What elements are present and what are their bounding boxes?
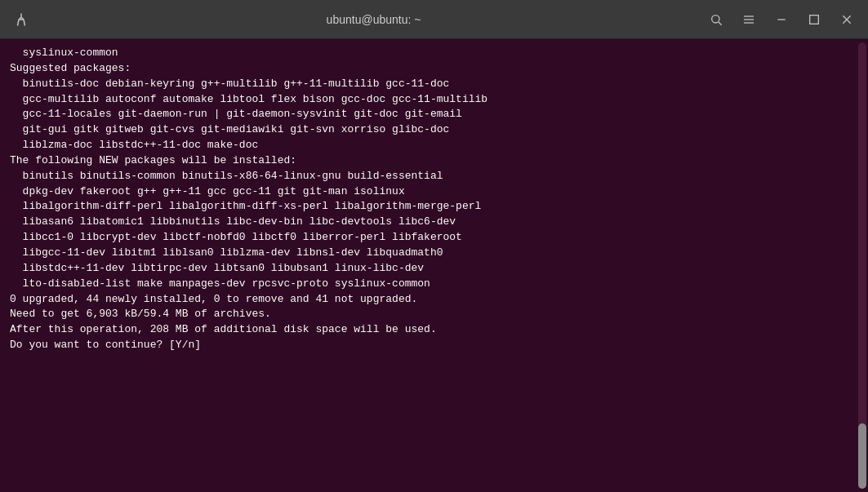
terminal-output: syslinux-common Suggested packages: binu… (10, 46, 858, 353)
pin-button[interactable] (7, 5, 36, 34)
terminal-window[interactable]: syslinux-common Suggested packages: binu… (0, 39, 868, 492)
search-button[interactable] (701, 5, 731, 34)
menu-button[interactable] (734, 5, 763, 34)
minimize-button[interactable] (767, 5, 796, 34)
maximize-button[interactable] (799, 5, 829, 34)
window-controls (701, 5, 861, 34)
scrollbar-thumb[interactable] (858, 423, 866, 489)
svg-point-0 (712, 15, 719, 22)
titlebar: ubuntu@ubuntu: ~ (0, 0, 868, 39)
svg-line-1 (719, 22, 722, 25)
svg-rect-6 (810, 15, 819, 24)
window-title: ubuntu@ubuntu: ~ (46, 13, 701, 26)
scrollbar[interactable] (858, 42, 866, 489)
close-button[interactable] (832, 5, 861, 34)
